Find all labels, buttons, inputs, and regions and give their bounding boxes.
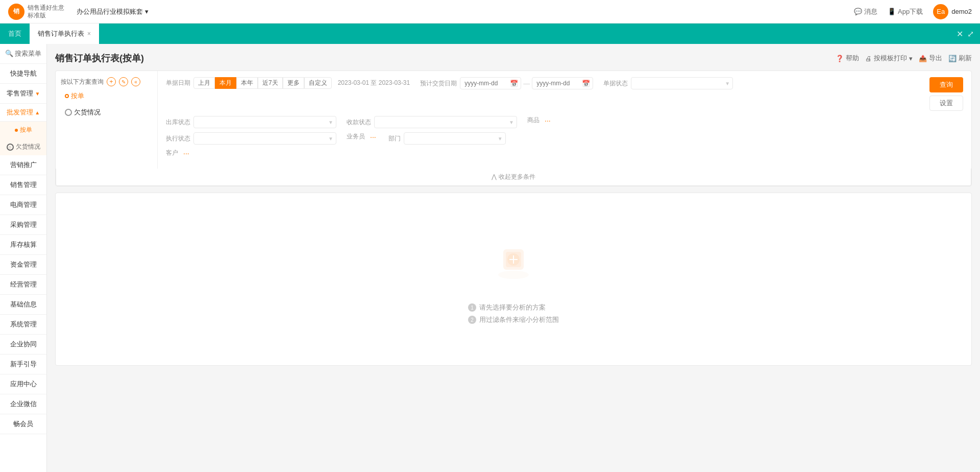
date-btn-custom[interactable]: 自定义 xyxy=(304,77,332,89)
edit-scheme-button[interactable]: ✎ xyxy=(119,77,128,86)
sidebar-item-inventory[interactable]: 库存核算 xyxy=(0,235,46,255)
shipment-status-select[interactable] xyxy=(193,116,336,128)
main-content: 销售订单执行表(按单) ❓ 帮助 🖨 按模板打印 ▾ 📤 导出 🔄 刷新 xyxy=(47,44,980,472)
sidebar-item-app-center[interactable]: 应用中心 xyxy=(0,374,46,394)
app-download-action[interactable]: 📱 App下载 xyxy=(888,7,923,16)
date-btn-this-month[interactable]: 本月 xyxy=(215,77,236,89)
sidebar-item-finance[interactable]: 资金管理 xyxy=(0,255,46,275)
window-expand-icon[interactable]: ⤢ xyxy=(967,29,974,39)
doc-status-field: 单据状态 ▼ xyxy=(603,77,733,89)
sidebar-sub-menu: 按单 ○ 欠货情况 xyxy=(0,122,46,155)
filter-scheme-col: 按以下方案查询 + ✎ « 按单 欠货情况 xyxy=(56,71,158,169)
print-icon: 🖨 xyxy=(865,55,872,62)
sidebar-item-ecommerce[interactable]: 电商管理 xyxy=(0,195,46,215)
exec-status-select[interactable] xyxy=(193,132,336,145)
shipment-status-field: 出库状态 ▼ xyxy=(166,116,336,128)
date-field-label: 单据日期 xyxy=(166,79,190,87)
refresh-icon: 🔄 xyxy=(948,55,957,62)
customer-select-icon[interactable]: ··· xyxy=(181,149,191,157)
print-button[interactable]: 🖨 按模板打印 ▾ xyxy=(865,54,913,63)
doc-status-select-wrapper: ▼ xyxy=(631,77,733,89)
add-scheme-button[interactable]: + xyxy=(107,77,116,86)
svg-point-0 xyxy=(498,271,529,279)
date-btn-7days[interactable]: 近7天 xyxy=(258,77,283,89)
query-button[interactable]: 查询 xyxy=(929,77,963,92)
refresh-button[interactable]: 🔄 刷新 xyxy=(948,54,972,63)
department-field: 部门 ▼ xyxy=(388,132,506,145)
scheme-active-dot xyxy=(65,94,69,98)
top-bar-left: 销 销售通好生意 标准版 办公用品行业模拟账套 ▾ xyxy=(8,4,149,20)
date-btn-this-year[interactable]: 本年 xyxy=(236,77,258,89)
window-close-icon[interactable]: ✕ xyxy=(957,29,963,39)
user-area[interactable]: Ea demo2 xyxy=(933,4,972,19)
sidebar-item-wholesale[interactable]: 批发管理 ▲ xyxy=(0,104,46,122)
department-label: 部门 xyxy=(388,134,401,143)
collection-status-field: 收款状态 ▼ xyxy=(347,116,517,128)
breadcrumb-dropdown-icon[interactable]: ▾ xyxy=(145,8,149,15)
doc-status-select[interactable] xyxy=(631,77,733,89)
salesperson-select-icon[interactable]: ··· xyxy=(368,133,378,141)
exec-status-select-wrapper: ▼ xyxy=(193,132,336,145)
sidebar-item-system[interactable]: 系统管理 xyxy=(0,315,46,335)
collapse-bar[interactable]: ⋀ 收起更多条件 xyxy=(56,169,971,186)
sidebar-item-newbie[interactable]: 新手引导 xyxy=(0,355,46,374)
tab-sales-order-exec[interactable]: 销售订单执行表 × xyxy=(30,23,99,44)
logo-area: 销 销售通好生意 标准版 xyxy=(8,4,64,20)
expected-date-start-input[interactable] xyxy=(460,77,521,89)
sidebar-item-member[interactable]: 畅会员 xyxy=(0,414,46,434)
date-range-text: 2023-03-01 至 2023-03-31 xyxy=(338,79,410,87)
nav-tab-actions: ✕ ⤢ xyxy=(957,29,980,39)
goods-select-icon[interactable]: ··· xyxy=(543,116,553,125)
sidebar-item-sales[interactable]: 销售管理 xyxy=(0,175,46,195)
filter-content: 单据日期 上月 本月 本年 近7天 更多 自定义 2023-03-01 至 20… xyxy=(158,71,971,169)
tab-home[interactable]: 首页 xyxy=(0,23,30,44)
sidebar-item-enterprise[interactable]: 企业协同 xyxy=(0,335,46,355)
active-dot-icon xyxy=(15,129,18,132)
goods-field: 商品 ··· xyxy=(527,116,553,125)
scheme-item-shortage[interactable]: 欠货情况 xyxy=(61,106,152,119)
sidebar-item-wechat[interactable]: 企业微信 xyxy=(0,394,46,414)
department-select[interactable] xyxy=(404,132,506,145)
settings-button[interactable]: 设置 xyxy=(929,96,963,111)
collection-status-select[interactable] xyxy=(374,116,517,128)
expected-date-end-input[interactable] xyxy=(532,77,593,89)
scheme-item-by-order[interactable]: 按单 xyxy=(61,89,152,103)
sidebar-sub-item-by-order[interactable]: 按单 xyxy=(0,122,46,138)
sidebar-item-purchase[interactable]: 采购管理 xyxy=(0,215,46,235)
tab-close-icon[interactable]: × xyxy=(87,30,91,37)
sidebar-item-quick-nav[interactable]: 快捷导航 xyxy=(0,64,46,84)
tip-num-1: 1 xyxy=(468,303,476,312)
customer-label: 客户 xyxy=(166,149,178,157)
exec-status-label: 执行状态 xyxy=(166,134,190,143)
sidebar-item-basic-info[interactable]: 基础信息 xyxy=(0,295,46,315)
help-button[interactable]: ❓ 帮助 xyxy=(836,54,859,63)
date-btn-last-month[interactable]: 上月 xyxy=(193,77,215,89)
circle-icon: ○ xyxy=(7,144,14,151)
date-field-group: 单据日期 上月 本月 本年 近7天 更多 自定义 2023-03-01 至 20… xyxy=(166,77,410,89)
filter-main: 按以下方案查询 + ✎ « 按单 欠货情况 xyxy=(56,71,971,169)
sidebar-item-retail[interactable]: 零售管理 xyxy=(0,84,46,104)
top-bar-right: 💬 消息 📱 App下载 Ea demo2 xyxy=(854,4,972,19)
export-button[interactable]: 📤 导出 xyxy=(919,54,942,63)
help-icon: ❓ xyxy=(836,55,844,62)
shipment-status-select-wrapper: ▼ xyxy=(193,116,336,128)
scheme-circle-icon xyxy=(65,109,72,116)
date-separator: — xyxy=(523,80,530,87)
collapse-label: 收起更多条件 xyxy=(499,173,535,180)
sidebar-search[interactable]: 🔍 搜索菜单 xyxy=(0,44,46,64)
breadcrumb-text: 办公用品行业模拟账套 xyxy=(77,7,143,16)
salesperson-field: 业务员 ··· xyxy=(347,132,378,141)
sidebar-item-marketing[interactable]: 营销推广 xyxy=(0,155,46,175)
user-name: demo2 xyxy=(951,8,972,15)
export-icon: 📤 xyxy=(919,55,927,62)
date-btn-more[interactable]: 更多 xyxy=(283,77,304,89)
expected-date-start-wrapper: 📅 xyxy=(460,77,521,89)
print-dropdown-icon: ▾ xyxy=(909,55,913,62)
sidebar-item-operations[interactable]: 经营管理 xyxy=(0,275,46,295)
empty-tip-2: 2 用过滤条件来缩小分析范围 xyxy=(468,315,559,324)
collection-status-select-wrapper: ▼ xyxy=(374,116,517,128)
sidebar-sub-item-shortage[interactable]: ○ 欠货情况 xyxy=(0,138,46,155)
message-icon: 💬 xyxy=(854,8,862,15)
message-action[interactable]: 💬 消息 xyxy=(854,7,877,16)
collapse-scheme-button[interactable]: « xyxy=(131,77,140,86)
